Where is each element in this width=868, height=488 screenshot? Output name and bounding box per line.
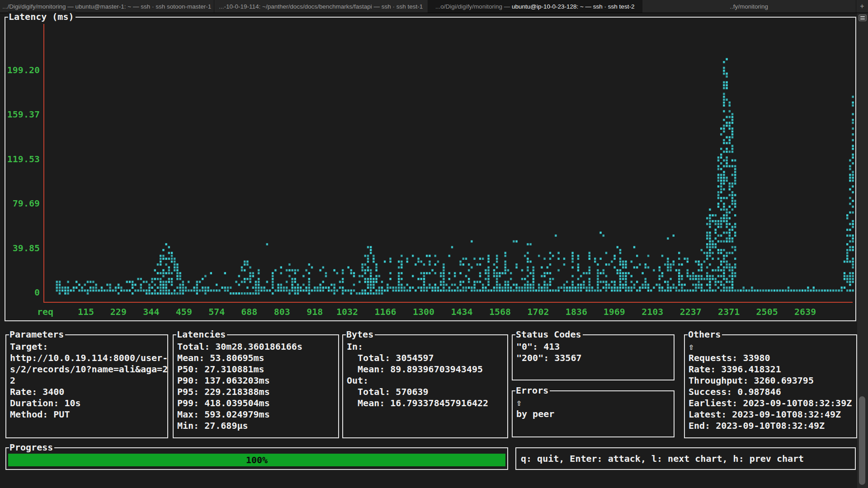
others-content: ⇧ Requests: 33980 Rate: 3396.418321 Thro… [689, 341, 856, 432]
scrollbar-track[interactable] [857, 13, 868, 488]
help-text: q: quit, Enter: attack, l: next chart, h… [521, 453, 804, 464]
latencies-content: Total: 30m28.360186166s Mean: 53.80695ms… [177, 341, 338, 432]
terminal-content: Latency (ms) Parameters Target: http://1… [0, 13, 868, 488]
status-codes-title: Status Codes [515, 329, 583, 340]
new-tab-button[interactable]: + [856, 0, 868, 13]
terminal-window: .../Digi/digify/monitoring — ubuntu@mast… [0, 0, 868, 488]
progress-panel: Progress 100% [5, 447, 508, 470]
parameters-title: Parameters [9, 329, 65, 340]
latency-chart-panel: Latency (ms) [5, 17, 856, 321]
bytes-title: Bytes [346, 329, 375, 340]
progress-fill: 100% [8, 454, 505, 466]
tab-ssh-test-1[interactable]: ...-10-0-19-114: ~/panther/docs/docs/ben… [214, 0, 429, 13]
others-title: Others [688, 329, 722, 340]
latencies-panel: Latencies Total: 30m28.360186166s Mean: … [173, 334, 339, 438]
bytes-content: In: Total: 3054597 Mean: 89.893967039434… [347, 341, 507, 409]
latencies-title: Latencies [176, 329, 227, 340]
tab-monitoring[interactable]: ..fy/monitoring [642, 0, 857, 13]
scrollbar-thumb[interactable] [859, 396, 865, 485]
tab-ssh-test-2-active[interactable]: ...o/Digi/digify/monitoring — ubuntu@ip-… [428, 0, 642, 13]
errors-content: ⇧ by peer [516, 397, 674, 420]
parameters-panel: Parameters Target: http://10.0.19.114:80… [5, 334, 168, 438]
tab-bar: .../Digi/digify/monitoring — ubuntu@mast… [0, 0, 868, 13]
menu-bar-line [860, 16, 865, 17]
latency-chart-canvas [5, 18, 855, 320]
bytes-panel: Bytes In: Total: 3054597 Mean: 89.893967… [342, 334, 508, 438]
menu-bar-line [860, 19, 865, 19]
parameters-content: Target: http://10.0.19.114:8000/user- s/… [10, 341, 167, 420]
others-panel: Others ⇧ Requests: 33980 Rate: 3396.4183… [684, 334, 857, 438]
progress-title: Progress [9, 442, 54, 453]
status-codes-panel: Status Codes "0": 413 "200": 33567 [512, 334, 675, 380]
status-codes-content: "0": 413 "200": 33567 [516, 341, 674, 364]
progress-track: 100% [8, 454, 505, 466]
tab-ssh-sotoon-master-1[interactable]: .../Digi/digify/monitoring — ubuntu@mast… [0, 0, 214, 13]
tab-label: .../Digi/digify/monitoring — ubuntu@mast… [2, 3, 211, 10]
tab-label: ...-10-0-19-114: ~/panther/docs/docs/ben… [219, 3, 423, 10]
progress-value: 100% [246, 455, 268, 465]
help-panel: q: quit, Enter: attack, l: next chart, h… [515, 447, 856, 470]
terminal-menu-icon[interactable] [859, 14, 867, 21]
tab-label: ...o/Digi/digify/monitoring — ubuntu@ip-… [435, 3, 634, 10]
tab-label: ..fy/monitoring [730, 3, 768, 10]
errors-title: Errors [515, 385, 550, 396]
errors-panel: Errors ⇧ by peer [512, 390, 675, 437]
